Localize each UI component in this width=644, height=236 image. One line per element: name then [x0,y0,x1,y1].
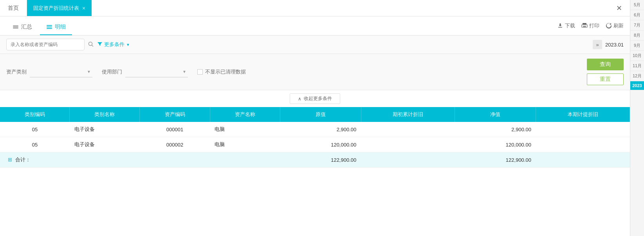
row2-current-depreciation [536,137,630,152]
svg-rect-9 [583,26,586,26]
collapse-row: ∧ 收起更多条件 [0,90,630,107]
total-accumulated-depreciation [361,152,455,168]
total-label: 合计： [15,157,31,163]
download-icon [557,22,563,30]
download-button[interactable]: 下载 [557,22,575,30]
sidebar-month-6[interactable]: 6月 [630,10,644,20]
filter-button[interactable]: 更多条件 ▼ [97,41,130,48]
filter-label: 更多条件 [104,41,124,48]
table-row: 05 电子设备 000001 电脑 2,900.00 2,900.00 [0,122,630,137]
hide-cleared-label: 不显示已清理数据 [205,68,246,75]
tab-detail[interactable]: 明细 [40,20,72,35]
total-row: ⊞ 合计： 122,900.00 122,900.00 [0,152,630,168]
sidebar-month-9[interactable]: 9月 [630,41,644,51]
collapse-button[interactable]: ∧ 收起更多条件 [290,93,340,104]
row1-net-value: 2,900.00 [455,122,536,137]
filter-icon [97,41,103,48]
right-sidebar: 5月 6月 7月 8月 9月 10月 11月 12月 2023 [630,0,644,236]
sidebar-month-12[interactable]: 12月 [630,71,644,81]
filter-buttons: 查询 重置 [587,59,624,85]
sidebar-month-10[interactable]: 10月 [630,51,644,61]
hide-cleared-checkbox[interactable] [197,69,203,75]
collapse-up-icon: ∧ [298,96,301,102]
total-original-value: 122,900.00 [280,152,361,168]
department-filter: 使用部门 ▼ [102,66,188,77]
svg-rect-4 [47,27,52,27]
chevron-down-icon: ▼ [126,43,130,47]
list-icon [46,24,52,30]
col-type-code: 类别编码 [0,107,70,122]
svg-rect-0 [13,25,18,26]
query-button[interactable]: 查询 [587,59,624,70]
row1-asset-name: 电脑 [210,122,280,137]
collapse-label: 收起更多条件 [304,95,332,102]
data-table: 类别编码 类别名称 资产编码 资产名称 原值 期初累计折旧 净值 本期计提折旧 … [0,107,630,168]
total-current-depreciation [536,152,630,168]
svg-rect-1 [13,27,18,27]
department-select[interactable]: ▼ [125,66,188,77]
row1-type-code: 05 [0,122,70,137]
refresh-label: 刷新 [613,22,624,29]
tab-active[interactable]: 固定资产折旧统计表 × [27,0,92,16]
table-row: 05 电子设备 000002 电脑 120,000.00 120,000.00 [0,137,630,152]
sidebar-month-11[interactable]: 11月 [630,61,644,71]
svg-rect-10 [583,27,586,27]
svg-rect-6 [558,27,562,28]
svg-rect-3 [47,25,52,26]
refresh-button[interactable]: 刷新 [606,22,624,30]
search-icon[interactable] [88,41,94,48]
row1-accumulated-depreciation [361,122,455,137]
date-nav-arrow[interactable]: » [593,40,602,49]
row2-original-value: 120,000.00 [280,137,361,152]
department-label: 使用部门 [102,68,122,75]
sub-tabs: 汇总 明细 [0,16,551,35]
department-chevron: ▼ [182,70,188,74]
table-header-row: 类别编码 类别名称 资产编码 资产名称 原值 期初累计折旧 净值 本期计提折旧 [0,107,630,122]
tab-home[interactable]: 首页 [0,0,27,16]
asset-type-select[interactable]: ▼ [30,66,92,77]
col-current-depreciation: 本期计提折旧 [536,107,630,122]
svg-line-12 [92,45,94,46]
row1-original-value: 2,900.00 [280,122,361,137]
sidebar-month-7[interactable]: 7月 [630,20,644,30]
row1-current-depreciation [536,122,630,137]
sidebar-year-2023[interactable]: 2023 [630,81,644,90]
sidebar-month-5[interactable]: 5月 [630,0,644,10]
print-button[interactable]: 打印 [581,22,599,30]
col-accumulated-depreciation: 期初累计折旧 [361,107,455,122]
row2-accumulated-depreciation [361,137,455,152]
tab-close-icon[interactable]: × [82,5,85,11]
toolbar: 下载 打印 刷新 [551,16,630,35]
reset-button[interactable]: 重置 [587,73,624,85]
asset-type-chevron: ▼ [87,70,92,74]
tab-active-label: 固定资产折旧统计表 [33,5,79,12]
tab-detail-label: 明细 [55,23,66,30]
window-close-button[interactable]: ✕ [608,0,630,16]
row2-type-code: 05 [0,137,70,152]
tab-summary[interactable]: 汇总 [6,20,38,35]
tab-summary-label: 汇总 [21,23,32,30]
row1-type-name: 电子设备 [70,122,140,137]
row1-asset-code: 000001 [140,122,210,137]
svg-point-11 [89,42,92,45]
asset-type-filter: 资产类别 ▼ [6,66,92,77]
hide-cleared-filter: 不显示已清理数据 [197,68,246,75]
table-wrapper: 类别编码 类别名称 资产编码 资产名称 原值 期初累计折旧 净值 本期计提折旧 … [0,107,630,236]
col-asset-code: 资产编码 [140,107,210,122]
download-label: 下载 [565,22,575,29]
row2-asset-code: 000002 [140,137,210,152]
total-net-value: 122,900.00 [455,152,536,168]
row2-type-name: 电子设备 [70,137,140,152]
row2-net-value: 120,000.00 [455,137,536,152]
search-input[interactable] [6,39,85,50]
layers-icon [13,24,19,30]
search-bar: 更多条件 ▼ » 2023.01 [0,36,630,54]
svg-rect-2 [13,28,18,29]
date-label: 2023.01 [605,42,624,48]
sidebar-month-8[interactable]: 8月 [630,30,644,41]
col-type-name: 类别名称 [70,107,140,122]
svg-rect-5 [47,28,52,29]
row2-asset-name: 电脑 [210,137,280,152]
tab-bar: 首页 固定资产折旧统计表 × ✕ [0,0,630,16]
content-panel: 汇总 明细 下载 [0,16,630,236]
